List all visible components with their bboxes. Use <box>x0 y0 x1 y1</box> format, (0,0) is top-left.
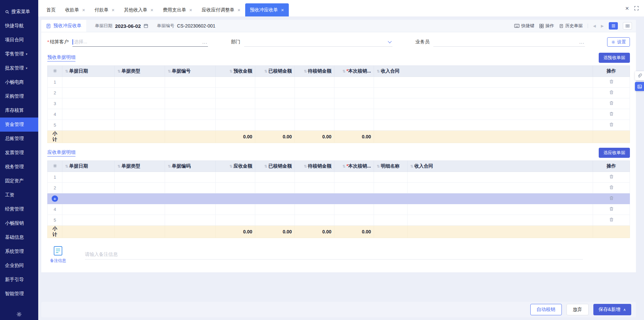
empty-cell[interactable] <box>62 109 115 120</box>
empty-cell[interactable] <box>408 183 593 193</box>
empty-cell[interactable] <box>295 215 334 226</box>
empty-cell[interactable] <box>334 109 374 120</box>
settings-button[interactable]: 设置 <box>607 37 630 47</box>
empty-cell[interactable] <box>165 183 216 193</box>
empty-cell[interactable] <box>374 215 408 226</box>
empty-cell[interactable] <box>408 172 593 183</box>
tab-4[interactable]: 费用支出单× <box>158 3 197 16</box>
empty-cell[interactable] <box>115 88 165 98</box>
sidebar-item-5[interactable]: 小畅电商 <box>0 75 38 89</box>
sidebar-item-10[interactable]: 发票管理 <box>0 146 38 160</box>
empty-cell[interactable] <box>255 120 295 131</box>
discard-button[interactable]: 放弃 <box>567 304 589 315</box>
empty-cell[interactable] <box>115 172 165 183</box>
sidebar-item-15[interactable]: 小畅报销 <box>0 216 38 230</box>
empty-cell[interactable] <box>165 109 216 120</box>
empty-cell[interactable] <box>115 183 165 193</box>
empty-cell[interactable] <box>295 172 334 183</box>
prev-doc-icon[interactable]: ◀ <box>593 24 596 28</box>
tab-5[interactable]: 应收应付调整单× <box>197 3 245 16</box>
prepaid-row-3[interactable]: 3 <box>48 98 630 109</box>
empty-cell[interactable] <box>216 109 255 120</box>
empty-cell[interactable] <box>295 204 334 215</box>
add-row-button[interactable]: + <box>52 195 58 202</box>
empty-cell[interactable] <box>334 183 374 193</box>
close-tab-icon[interactable]: × <box>625 5 629 11</box>
close-icon[interactable]: × <box>82 7 85 12</box>
empty-cell[interactable] <box>165 172 216 183</box>
sidebar-item-12[interactable]: 固定资产 <box>0 174 38 188</box>
sidebar-item-0[interactable]: 搜索菜单 <box>0 5 38 19</box>
select-receivable-button[interactable]: 选应收单据 <box>599 148 630 158</box>
empty-cell[interactable] <box>374 88 593 98</box>
prepaid-row-2[interactable]: 2 <box>48 88 630 98</box>
empty-cell[interactable] <box>374 120 593 131</box>
sort-icon[interactable]: ⇅ <box>304 69 307 73</box>
empty-cell[interactable] <box>334 98 374 109</box>
next-doc-icon[interactable]: ▶ <box>601 24 604 28</box>
close-icon[interactable]: × <box>112 7 115 12</box>
fullscreen-icon[interactable] <box>634 6 639 10</box>
trash-icon[interactable] <box>609 122 614 127</box>
empty-cell[interactable] <box>216 120 255 131</box>
empty-cell[interactable] <box>216 88 255 98</box>
sort-icon[interactable]: ⇅ <box>117 69 120 73</box>
sidebar-item-13[interactable]: 工资 <box>0 188 38 202</box>
empty-cell[interactable] <box>374 172 408 183</box>
trash-icon[interactable] <box>609 174 614 179</box>
empty-cell[interactable] <box>165 98 216 109</box>
column-header[interactable]: ⇅*本次核销... <box>334 161 374 172</box>
empty-cell[interactable] <box>115 98 165 109</box>
sidebar-item-18[interactable]: 企业协同 <box>0 259 38 273</box>
empty-cell[interactable] <box>165 77 216 88</box>
empty-cell[interactable] <box>115 193 165 204</box>
sidebar-item-17[interactable]: 系统管理 <box>0 244 38 259</box>
empty-cell[interactable] <box>408 193 593 204</box>
empty-cell[interactable] <box>115 77 165 88</box>
sidebar-item-20[interactable]: 智能管理 <box>0 287 38 301</box>
empty-cell[interactable] <box>255 172 295 183</box>
operation-menu-button[interactable]: 操作 <box>539 23 554 29</box>
tab-2[interactable]: 付款单× <box>90 3 119 16</box>
empty-cell[interactable] <box>255 204 295 215</box>
trash-icon[interactable] <box>609 101 614 105</box>
column-header[interactable]: ⇅应收金额 <box>216 161 255 172</box>
empty-cell[interactable] <box>255 183 295 193</box>
receivable-row-1[interactable]: 1 <box>48 172 630 183</box>
sort-icon[interactable]: ⇅ <box>264 69 267 73</box>
list-view-toggle[interactable] <box>609 22 618 30</box>
empty-cell[interactable] <box>115 109 165 120</box>
column-header[interactable]: ⇅单据类型 <box>115 161 165 172</box>
empty-cell[interactable] <box>216 215 255 226</box>
salesman-input[interactable]: ... <box>433 37 585 47</box>
sort-icon[interactable]: ⇅ <box>229 69 232 73</box>
prepaid-row-4[interactable]: 4 <box>48 109 630 120</box>
prepaid-row-1[interactable]: 1 <box>48 77 630 88</box>
column-header[interactable]: ⇅单据日期 <box>62 66 115 77</box>
empty-cell[interactable] <box>374 183 408 193</box>
empty-cell[interactable] <box>374 204 408 215</box>
empty-cell[interactable] <box>216 183 255 193</box>
image-button[interactable] <box>635 82 644 91</box>
sort-icon[interactable]: ⇅ <box>168 164 171 168</box>
empty-cell[interactable] <box>115 204 165 215</box>
empty-cell[interactable] <box>295 193 334 204</box>
doc-date-value[interactable]: 2023-06-02 <box>115 23 141 29</box>
sort-icon[interactable]: ⇅ <box>168 69 171 73</box>
empty-cell[interactable] <box>255 215 295 226</box>
department-select[interactable] <box>244 37 392 47</box>
chevron-down-icon[interactable] <box>388 39 392 43</box>
sort-icon[interactable]: ⇅ <box>342 69 345 73</box>
sort-icon[interactable]: ⇅ <box>117 164 120 168</box>
empty-cell[interactable] <box>295 183 334 193</box>
empty-cell[interactable] <box>255 88 295 98</box>
sidebar-item-9[interactable]: 总账管理 <box>0 132 38 146</box>
sidebar-item-8[interactable]: 资金管理 <box>0 118 38 132</box>
customer-input[interactable]: 选择... ... <box>72 37 208 47</box>
sort-icon[interactable]: ⇅ <box>377 164 380 168</box>
empty-cell[interactable] <box>255 98 295 109</box>
empty-cell[interactable] <box>295 88 334 98</box>
sidebar-item-7[interactable]: 库存核算 <box>0 103 38 118</box>
column-header[interactable]: ⇅单据编号 <box>165 66 216 77</box>
sidebar-settings-gear-icon[interactable] <box>0 311 38 317</box>
